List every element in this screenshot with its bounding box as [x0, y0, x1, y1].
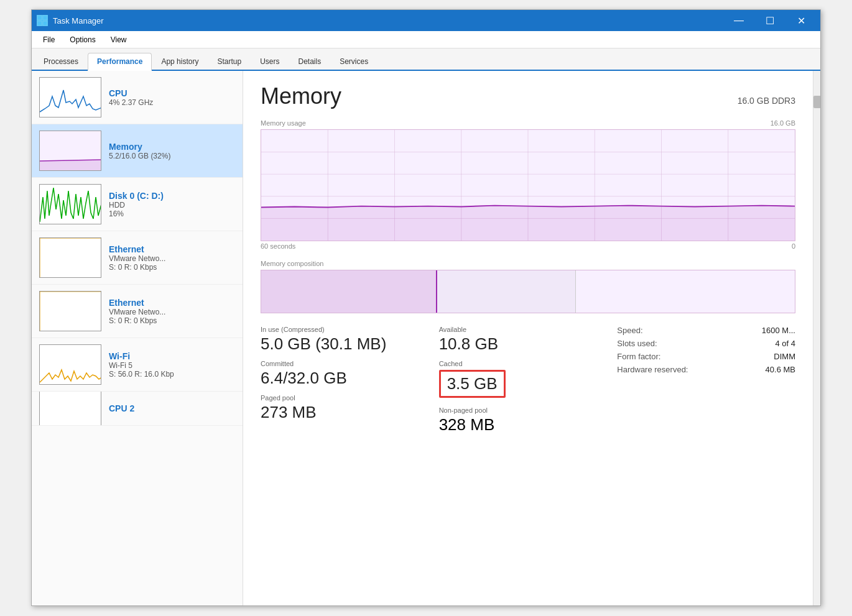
close-button[interactable]: ✕	[787, 10, 815, 31]
sidebar-item-memory[interactable]: Memory 5.2/16.0 GB (32%)	[32, 124, 243, 178]
svg-rect-10	[40, 292, 101, 331]
hw-reserved-label: Hardware reserved:	[617, 365, 688, 374]
sidebar-item-wifi[interactable]: Wi-Fi Wi-Fi 5 S: 56.0 R: 16.0 Kbp	[32, 338, 243, 392]
disk-name: Disk 0 (C: D:)	[109, 191, 235, 201]
ethernet2-thumbnail	[39, 291, 101, 331]
composition-bar	[261, 270, 795, 313]
detail-header: Memory 16.0 GB DDR3	[261, 83, 795, 109]
in-use-label: In use (Compressed)	[261, 326, 439, 333]
menu-view[interactable]: View	[104, 33, 133, 47]
stats-right: Speed: 1600 M... Slots used: 4 of 4 Form…	[617, 326, 795, 434]
comp-segment-cached	[437, 270, 576, 313]
memory-max-label: 16.0 GB	[771, 119, 795, 127]
memory-composition-section: Memory composition	[261, 260, 795, 313]
sidebar-item-cpu[interactable]: CPU 4% 2.37 GHz	[32, 71, 243, 124]
cpu2-info: CPU 2	[109, 403, 235, 413]
sidebar-item-ethernet1[interactable]: Ethernet VMware Netwo... S: 0 R: 0 Kbps	[32, 231, 243, 285]
svg-rect-0	[37, 16, 42, 20]
ethernet2-sub2: S: 0 R: 0 Kbps	[109, 316, 235, 325]
minimize-button[interactable]: —	[725, 10, 753, 31]
scrollbar-thumb[interactable]	[813, 96, 821, 108]
chart-time-right: 0	[792, 242, 795, 250]
memory-name: Memory	[109, 142, 235, 152]
detail-title: Memory	[261, 83, 341, 109]
stats-area: In use (Compressed) 5.0 GB (30.1 MB) Com…	[261, 326, 795, 434]
slots-label: Slots used:	[617, 339, 657, 348]
speed-label: Speed:	[617, 326, 642, 335]
memory-thumbnail	[39, 131, 101, 171]
disk-sub1: HDD	[109, 201, 235, 209]
menu-options[interactable]: Options	[63, 33, 101, 47]
wifi-info: Wi-Fi Wi-Fi 5 S: 56.0 R: 16.0 Kbp	[109, 351, 235, 379]
svg-rect-11	[40, 345, 101, 385]
cpu-sub: 4% 2.37 GHz	[109, 98, 235, 107]
tab-startup[interactable]: Startup	[208, 53, 251, 70]
app-icon	[37, 15, 48, 26]
window-title: Task Manager	[53, 16, 104, 25]
cached-label: Cached	[439, 360, 618, 367]
svg-rect-8	[40, 185, 101, 224]
title-bar: Task Manager — ☐ ✕	[32, 10, 820, 31]
chart-time-label-row: 60 seconds 0	[261, 242, 795, 250]
cached-value-wrapper: 3.5 GB	[439, 370, 618, 398]
svg-rect-1	[43, 16, 47, 20]
svg-rect-12	[40, 392, 101, 426]
disk-thumbnail	[39, 184, 101, 224]
comp-segment-free	[576, 270, 795, 313]
sidebar: CPU 4% 2.37 GHz Memory 5.2/16.0 GB (32%)	[32, 71, 243, 605]
tab-app-history[interactable]: App history	[152, 53, 208, 70]
menu-file[interactable]: File	[37, 33, 61, 47]
detail-panel: Memory 16.0 GB DDR3 Memory usage 16.0 GB	[243, 71, 813, 605]
memory-info: Memory 5.2/16.0 GB (32%)	[109, 142, 235, 160]
paged-pool-value: 273 MB	[261, 403, 439, 422]
chart-time-left: 60 seconds	[261, 242, 295, 250]
available-value: 10.8 GB	[439, 334, 618, 354]
memory-usage-chart	[261, 129, 795, 241]
cpu-thumbnail	[39, 77, 101, 117]
maximize-button[interactable]: ☐	[756, 10, 784, 31]
title-bar-left: Task Manager	[37, 15, 104, 26]
memory-usage-section: Memory usage 16.0 GB	[261, 119, 795, 250]
disk-sub2: 16%	[109, 209, 235, 218]
sidebar-item-cpu2[interactable]: CPU 2	[32, 392, 243, 426]
scrollbar[interactable]	[813, 71, 820, 605]
disk-info: Disk 0 (C: D:) HDD 16%	[109, 191, 235, 218]
slots-value: 4 of 4	[775, 339, 795, 348]
ethernet2-name: Ethernet	[109, 298, 235, 308]
wifi-name: Wi-Fi	[109, 351, 235, 361]
ethernet2-sub1: VMware Netwo...	[109, 308, 235, 316]
slots-row: Slots used: 4 of 4	[617, 339, 795, 348]
tab-details[interactable]: Details	[289, 53, 330, 70]
svg-rect-4	[40, 78, 101, 117]
svg-marker-7	[40, 160, 101, 171]
wifi-sub2: S: 56.0 R: 16.0 Kbp	[109, 370, 235, 379]
window-controls: — ☐ ✕	[725, 10, 815, 31]
cpu2-thumbnail	[39, 392, 101, 426]
memory-usage-label: Memory usage	[261, 119, 306, 127]
tab-bar: Processes Performance App history Startu…	[32, 48, 820, 71]
ethernet1-sub2: S: 0 R: 0 Kbps	[109, 263, 235, 272]
wifi-sub1: Wi-Fi 5	[109, 361, 235, 370]
form-value: DIMM	[774, 352, 795, 361]
svg-rect-2	[37, 21, 42, 25]
tab-processes[interactable]: Processes	[34, 53, 88, 70]
tab-performance[interactable]: Performance	[88, 53, 152, 71]
hw-reserved-row: Hardware reserved: 40.6 MB	[617, 365, 795, 374]
cpu-info: CPU 4% 2.37 GHz	[109, 88, 235, 107]
sidebar-item-disk[interactable]: Disk 0 (C: D:) HDD 16%	[32, 178, 243, 231]
chart-label-row: Memory usage 16.0 GB	[261, 119, 795, 127]
wifi-thumbnail	[39, 344, 101, 385]
ethernet1-sub1: VMware Netwo...	[109, 254, 235, 263]
stats-left: In use (Compressed) 5.0 GB (30.1 MB) Com…	[261, 326, 439, 434]
memory-sub: 5.2/16.0 GB (32%)	[109, 152, 235, 160]
sidebar-item-ethernet2[interactable]: Ethernet VMware Netwo... S: 0 R: 0 Kbps	[32, 285, 243, 338]
ethernet1-thumbnail	[39, 237, 101, 278]
non-paged-pool-label: Non-paged pool	[439, 407, 618, 414]
tab-services[interactable]: Services	[330, 53, 377, 70]
svg-marker-25	[261, 206, 795, 241]
cached-value: 3.5 GB	[439, 370, 506, 398]
committed-value: 6.4/32.0 GB	[261, 369, 439, 388]
tab-users[interactable]: Users	[251, 53, 289, 70]
hw-reserved-value: 40.6 MB	[766, 365, 795, 374]
ethernet1-info: Ethernet VMware Netwo... S: 0 R: 0 Kbps	[109, 244, 235, 272]
